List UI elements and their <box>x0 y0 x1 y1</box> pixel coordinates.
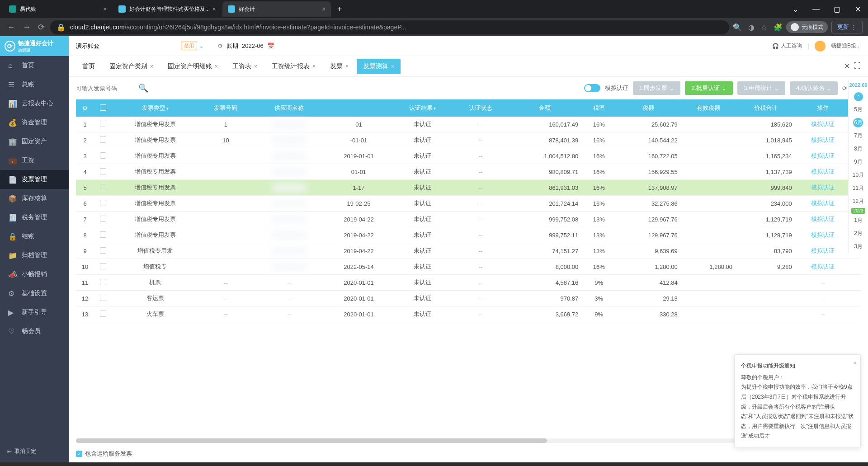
sidebar-item-4[interactable]: 🏢固定资产 <box>0 132 69 151</box>
table-row[interactable]: 4 增值税专用发票 ████████ 01-01 未认证 -- 980,809.… <box>76 164 861 180</box>
step-2-button[interactable]: 2.批量认证 ⌄ <box>685 81 733 95</box>
simulate-verify-link[interactable]: 模拟认证 <box>811 263 835 270</box>
table-row[interactable]: 10 增值税专 ████████ 2022-05-14 未认证 -- 8,000… <box>76 259 861 275</box>
rail-month[interactable]: 9月 <box>853 155 864 169</box>
row-checkbox[interactable] <box>100 279 106 285</box>
browser-tab-1[interactable]: 好会计财务管理软件购买价格及... × <box>113 1 222 17</box>
sidebar-item-8[interactable]: 🧾税务管理 <box>0 208 69 227</box>
sidebar-item-3[interactable]: 💰资金管理 <box>0 113 69 132</box>
close-icon[interactable]: × <box>345 63 349 70</box>
page-tab-4[interactable]: 工资统计报表× <box>265 59 322 74</box>
calendar-icon[interactable]: 📅 <box>267 42 274 49</box>
rail-month[interactable]: 7月 <box>853 129 864 142</box>
table-row[interactable]: 5 增值税专用发票 ████████ 1-17 未认证 -- 861,931.0… <box>76 180 861 196</box>
fullscreen-button[interactable]: ⛶ <box>854 62 861 71</box>
close-icon[interactable]: × <box>322 5 326 13</box>
sidebar-item-7[interactable]: 📦库存核算 <box>0 189 69 208</box>
sidebar-item-5[interactable]: 💼工资 <box>0 151 69 170</box>
page-tab-5[interactable]: 发票× <box>324 59 355 74</box>
account-select[interactable]: 演示账套 <box>76 42 99 50</box>
gear-icon[interactable]: ⚙ <box>217 42 223 49</box>
row-checkbox[interactable] <box>100 184 106 190</box>
sidebar-item-14[interactable]: ♡畅会员 <box>0 322 69 341</box>
table-row[interactable]: 8 增值税专用发票 ████████ 2019-04-22 未认证 -- 999… <box>76 227 861 243</box>
close-icon[interactable]: × <box>212 5 216 13</box>
sidebar-item-12[interactable]: ⚙基础设置 <box>0 284 69 303</box>
sidebar-unpin-button[interactable]: ⇤ 取消固定 <box>0 440 69 462</box>
table-row[interactable]: 2 增值税专用发票 10 ████████ -01-01 未认证 -- 878,… <box>76 132 861 148</box>
rail-month[interactable]: 10月 <box>853 169 864 182</box>
row-checkbox[interactable] <box>100 121 106 127</box>
page-tab-1[interactable]: 固定资产类别× <box>103 59 160 74</box>
notification-close-button[interactable]: × <box>853 358 857 369</box>
rail-month[interactable]: 8月 <box>853 142 864 155</box>
page-tab-2[interactable]: 固定资产明细账× <box>161 59 224 74</box>
close-icon[interactable]: × <box>391 63 394 70</box>
support-link[interactable]: 🎧 人工咨询 <box>772 42 802 50</box>
user-name[interactable]: 畅捷通B组... <box>831 42 861 50</box>
search-input[interactable] <box>76 85 135 92</box>
avatar[interactable] <box>815 41 826 52</box>
table-row[interactable]: 11 机票 -- -- 2020-01-01 未认证 -- 4,587.16 9… <box>76 275 861 291</box>
rail-month[interactable]: 3月 <box>854 240 863 253</box>
bookmark-icon[interactable]: ☆ <box>761 23 767 32</box>
back-button[interactable]: ← <box>5 21 17 34</box>
sidebar-item-10[interactable]: 📁归档管理 <box>0 246 69 265</box>
sidebar-item-1[interactable]: ☰总账 <box>0 75 69 94</box>
scrollbar-thumb[interactable] <box>76 438 547 443</box>
simulate-verify-link[interactable]: 模拟认证 <box>811 168 835 175</box>
close-all-tabs-button[interactable]: ✕ <box>844 62 850 71</box>
table-row[interactable]: 6 增值税专用发票 ████████ 19-02-25 未认证 -- 201,7… <box>76 196 861 212</box>
rail-month[interactable]: 12月 <box>853 195 864 208</box>
simulate-verify-link[interactable]: 模拟认证 <box>811 152 835 159</box>
search-icon[interactable]: 🔍 <box>138 83 148 93</box>
forward-button[interactable]: → <box>21 21 33 34</box>
row-checkbox[interactable] <box>100 152 106 159</box>
th-checkbox[interactable] <box>94 99 112 117</box>
page-tab-3[interactable]: 工资表× <box>226 59 264 74</box>
row-checkbox[interactable] <box>100 231 106 238</box>
sidebar-item-11[interactable]: 📣小畅报销 <box>0 265 69 284</box>
simulate-toggle[interactable] <box>584 84 600 92</box>
row-checkbox[interactable] <box>100 311 106 317</box>
row-checkbox[interactable] <box>100 295 106 301</box>
th-invoice-type[interactable]: 发票类型 <box>112 99 198 117</box>
update-button[interactable]: 更新 ⋮ <box>831 21 863 33</box>
row-checkbox[interactable] <box>100 200 106 206</box>
table-row[interactable]: 1 增值税专用发票 1 ████████ 01 未认证 -- 160,017.4… <box>76 117 861 132</box>
row-checkbox[interactable] <box>100 216 106 222</box>
table-row[interactable]: 7 增值税专用发票 ████████ 2019-04-22 未认证 -- 999… <box>76 212 861 227</box>
th-result[interactable]: 认证结果 <box>392 99 453 117</box>
extension-icon[interactable]: 🧩 <box>774 23 783 32</box>
close-icon[interactable]: × <box>150 63 153 70</box>
rail-collapse-button[interactable]: ⌃ <box>854 92 863 101</box>
rail-month[interactable]: 6月 <box>853 118 863 127</box>
table-row[interactable]: 12 客运票 -- -- 2020-01-01 未认证 -- 970.87 3%… <box>76 291 861 306</box>
minimize-button[interactable]: — <box>806 1 826 17</box>
sidebar-item-13[interactable]: ▶新手引导 <box>0 303 69 322</box>
page-tab-0[interactable]: 首页 <box>76 59 101 74</box>
maximize-button[interactable]: ▢ <box>826 1 847 17</box>
page-tab-6[interactable]: 发票测算× <box>357 59 401 74</box>
sidebar-item-6[interactable]: 📄发票管理 <box>0 170 69 189</box>
simulate-verify-link[interactable]: 模拟认证 <box>811 231 835 238</box>
table-row[interactable]: 13 火车票 -- -- 2020-01-01 未认证 -- 3,669.72 … <box>76 306 861 322</box>
table-row[interactable]: 3 增值税专用发票 ████████ 2019-01-01 未认证 -- 1,0… <box>76 148 861 164</box>
devtools-icon[interactable]: ◑ <box>748 23 755 32</box>
url-input[interactable]: 🔒 cloud2.chanjet.com/accounting/uh26t264… <box>50 20 729 34</box>
close-icon[interactable]: × <box>312 63 316 70</box>
simulate-verify-link[interactable]: 模拟认证 <box>811 200 835 207</box>
zoom-icon[interactable]: 🔍 <box>733 23 742 32</box>
step-3-button[interactable]: 3.申请统计 ⌄ <box>737 81 785 95</box>
simulate-verify-link[interactable]: 模拟认证 <box>811 216 835 222</box>
rail-month[interactable]: 5月 <box>853 103 864 116</box>
close-icon[interactable]: × <box>215 63 218 70</box>
simulate-verify-link[interactable]: 模拟认证 <box>811 121 835 127</box>
row-checkbox[interactable] <box>100 168 106 174</box>
row-checkbox[interactable] <box>100 137 106 143</box>
browser-tab-0[interactable]: 易代账 × <box>4 1 112 17</box>
new-tab-button[interactable]: + <box>332 5 348 14</box>
row-checkbox[interactable] <box>100 263 106 269</box>
browser-tab-2[interactable]: 好会计 × <box>222 1 331 17</box>
simulate-verify-link[interactable]: 模拟认证 <box>811 137 835 143</box>
